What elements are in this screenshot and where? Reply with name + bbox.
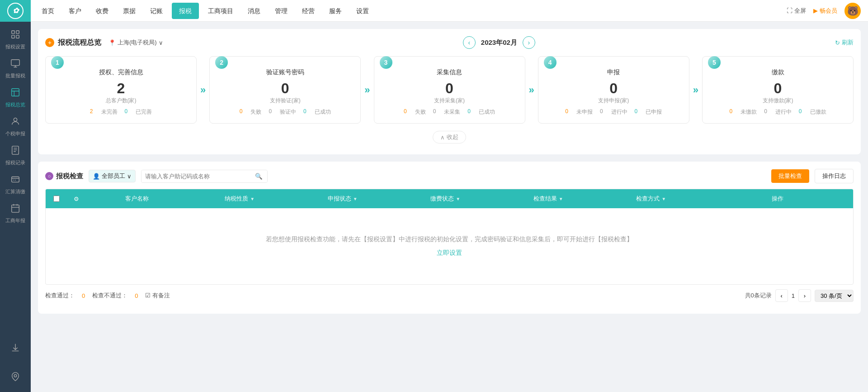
next-month-button[interactable]: › bbox=[523, 36, 535, 49]
tax-settings-icon bbox=[10, 29, 20, 42]
fullscreen-icon: ⛶ bbox=[787, 7, 793, 14]
sidebar-item-personal-tax[interactable]: 个税申报 bbox=[0, 112, 31, 141]
fullscreen-button[interactable]: ⛶ 全屏 bbox=[787, 7, 806, 15]
step-stat-pending-4[interactable]: 0 bbox=[600, 108, 603, 116]
nav-home[interactable]: 首页 bbox=[34, 0, 61, 22]
nav-fee[interactable]: 收费 bbox=[89, 0, 116, 22]
sidebar-item-location[interactable] bbox=[0, 363, 31, 392]
overview-plus-icon: + bbox=[45, 38, 54, 47]
step-stat-fail-2[interactable]: 0 bbox=[240, 108, 243, 116]
select-all-checkbox[interactable] bbox=[53, 196, 60, 202]
nav-settings[interactable]: 设置 bbox=[349, 0, 376, 22]
header-gear[interactable]: ⚙ bbox=[67, 189, 85, 208]
step-stat-pending-5[interactable]: 0 bbox=[764, 108, 767, 116]
page-size-select[interactable]: 30 条/页 bbox=[815, 290, 854, 302]
employee-chevron-icon: ∨ bbox=[127, 173, 132, 180]
nav-operation[interactable]: 经营 bbox=[295, 0, 322, 22]
step-stats-2: 0 失败 0 验证中 0 已成功 bbox=[219, 108, 351, 116]
header-checkbox[interactable] bbox=[46, 189, 67, 208]
tax-check-table: ⚙ 客户名称 纳税性质 ▼ 申报状态 ▼ 缴费状态 ▼ 检查 bbox=[45, 189, 854, 285]
step-stats-4: 0 未申报 0 进行中 0 已申报 bbox=[547, 108, 680, 116]
sidebar-item-batch-tax[interactable]: 批量报税 bbox=[0, 54, 31, 83]
sidebar-item-tax-settings[interactable]: 报税设置 bbox=[0, 25, 31, 54]
sidebar-item-download[interactable] bbox=[0, 334, 31, 363]
step-stat-success-1[interactable]: 0 bbox=[125, 108, 128, 116]
collapse-button[interactable]: ∧ 收起 bbox=[433, 131, 466, 143]
nav-service[interactable]: 服务 bbox=[322, 0, 349, 22]
overview-panel: + 报税流程总览 📍 上海(电子税局) ∨ ‹ 2023年02月 › ↻ 刷新 … bbox=[38, 29, 861, 154]
next-page-button[interactable]: › bbox=[798, 289, 811, 302]
sidebar-label-batch-tax: 批量报税 bbox=[5, 72, 25, 79]
location-pin-icon: 📍 bbox=[108, 39, 116, 46]
fail-label: 检查不通过： bbox=[92, 292, 127, 300]
check-header: ○ 报税检查 👤 全部员工 ∨ 🔍 批量检查 操作日志 bbox=[45, 169, 854, 183]
svg-rect-0 bbox=[12, 31, 14, 33]
svg-point-10 bbox=[14, 374, 17, 377]
step-number-1: 1 bbox=[51, 56, 64, 69]
nav-message[interactable]: 消息 bbox=[241, 0, 268, 22]
step-stat-fail-1[interactable]: 2 bbox=[90, 108, 93, 116]
nav-business[interactable]: 工商项目 bbox=[201, 0, 241, 22]
sidebar-label-annual-report: 工商年报 bbox=[5, 217, 25, 224]
employee-filter[interactable]: 👤 全部员工 ∨ bbox=[89, 170, 136, 182]
step-stat-success-5[interactable]: 0 bbox=[799, 108, 802, 116]
step-stat-success-4[interactable]: 0 bbox=[635, 108, 638, 116]
search-button[interactable]: 🔍 bbox=[250, 170, 267, 182]
nav-manage[interactable]: 管理 bbox=[268, 0, 295, 22]
nav-invoice[interactable]: 票据 bbox=[116, 0, 143, 22]
location-selector[interactable]: 📍 上海(电子税局) ∨ bbox=[108, 38, 163, 47]
step-subtitle-2: 支持验证(家) bbox=[219, 97, 351, 105]
step-stat-fail-5[interactable]: 0 bbox=[729, 108, 732, 116]
employee-label: 全部员工 bbox=[102, 172, 125, 180]
step-subtitle-3: 支持采集(家) bbox=[383, 97, 516, 105]
step-stat-success-3[interactable]: 0 bbox=[467, 108, 471, 116]
tax-nature-filter-icon[interactable]: ▼ bbox=[250, 196, 255, 201]
nav-items: 首页 客户 收费 票据 记账 报税 工商项目 消息 管理 经营 服务 设置 bbox=[31, 0, 787, 22]
step-stat-pending-3[interactable]: 0 bbox=[433, 108, 436, 116]
vip-button[interactable]: ▶ 畅会员 bbox=[813, 7, 837, 15]
flow-steps: 1 授权、完善信息 2 总客户数(家) 2 未完善 0 已完善 » 2 验证账号… bbox=[45, 56, 854, 124]
step-stat-fail-4[interactable]: 0 bbox=[565, 108, 568, 116]
employee-icon: 👤 bbox=[93, 173, 100, 180]
step-card-2: 2 验证账号密码 0 支持验证(家) 0 失败 0 验证中 0 已成功 bbox=[209, 56, 361, 124]
svg-rect-7 bbox=[12, 146, 19, 154]
svg-rect-2 bbox=[12, 35, 14, 38]
step-stat-fail-3[interactable]: 0 bbox=[404, 108, 407, 116]
prev-month-button[interactable]: ‹ bbox=[463, 36, 476, 49]
step-number-2: 2 bbox=[215, 56, 228, 69]
personal-tax-icon bbox=[10, 116, 20, 129]
pass-count[interactable]: 0 bbox=[82, 292, 85, 299]
batch-check-button[interactable]: 批量检查 bbox=[771, 169, 809, 183]
tax-record-icon bbox=[10, 145, 20, 158]
nav-accounting[interactable]: 记账 bbox=[143, 0, 170, 22]
sidebar-item-settlement[interactable]: 汇算清缴 bbox=[0, 170, 31, 199]
check-result-filter-icon[interactable]: ▼ bbox=[559, 196, 563, 201]
svg-rect-9 bbox=[12, 205, 19, 213]
download-icon bbox=[10, 343, 20, 355]
step-stat-fail-label-1: 未完善 bbox=[101, 108, 118, 116]
step-count-1: 2 bbox=[55, 80, 187, 97]
operation-log-button[interactable]: 操作日志 bbox=[815, 169, 854, 183]
step-count-4: 0 bbox=[547, 80, 680, 97]
fee-status-filter-icon[interactable]: ▼ bbox=[456, 196, 460, 201]
sidebar-item-tax-overview[interactable]: 报税总览 bbox=[0, 83, 31, 112]
avatar[interactable]: 🐻 bbox=[844, 3, 861, 19]
prev-page-button[interactable]: ‹ bbox=[775, 289, 788, 302]
header-tax-nature: 纳税性质 ▼ bbox=[188, 189, 291, 208]
search-input[interactable] bbox=[142, 170, 250, 182]
nav-customer[interactable]: 客户 bbox=[61, 0, 89, 22]
fail-count[interactable]: 0 bbox=[135, 292, 138, 299]
step-stat-pending-2[interactable]: 0 bbox=[269, 108, 272, 116]
check-method-filter-icon[interactable]: ▼ bbox=[661, 196, 666, 201]
step-stat-success-2[interactable]: 0 bbox=[303, 108, 307, 116]
top-navigation: ✿ 首页 客户 收费 票据 记账 报税 工商项目 消息 管理 经营 服务 设置 … bbox=[0, 0, 868, 22]
refresh-button[interactable]: ↻ 刷新 bbox=[835, 38, 854, 47]
arrow-4: » bbox=[689, 56, 702, 124]
sidebar-item-annual-report[interactable]: 工商年报 bbox=[0, 199, 31, 228]
sidebar-item-tax-record[interactable]: 报税记录 bbox=[0, 141, 31, 170]
setup-link[interactable]: 立即设置 bbox=[437, 249, 462, 257]
declare-status-filter-icon[interactable]: ▼ bbox=[353, 196, 358, 201]
svg-point-6 bbox=[14, 118, 17, 121]
nav-tax[interactable]: 报税 bbox=[172, 3, 199, 19]
step-count-2: 0 bbox=[219, 80, 351, 97]
